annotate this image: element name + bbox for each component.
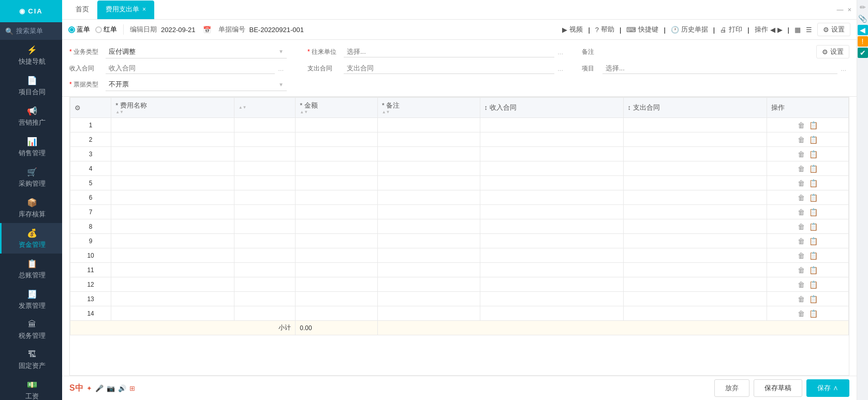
- right-panel-orange[interactable]: !: [858, 36, 868, 47]
- row-income-8[interactable]: [480, 219, 623, 234]
- row-name-11[interactable]: [111, 263, 234, 277]
- row-name-1[interactable]: [111, 118, 234, 132]
- row-name-7[interactable]: [111, 205, 234, 219]
- row-name-3[interactable]: [111, 147, 234, 161]
- copy-icon-13[interactable]: 📋: [809, 295, 818, 303]
- list-view-btn[interactable]: ☰: [806, 26, 812, 34]
- bill-type-select[interactable]: 不开票 ▼: [106, 78, 287, 91]
- copy-icon-3[interactable]: 📋: [809, 150, 818, 158]
- copy-icon-14[interactable]: 📋: [809, 309, 818, 318]
- row-name-8[interactable]: [111, 219, 234, 234]
- delete-icon-11[interactable]: 🗑: [798, 266, 805, 274]
- row-expense-12[interactable]: [623, 277, 767, 292]
- row-income-1[interactable]: [480, 118, 623, 132]
- right-panel-teal[interactable]: ✔: [858, 48, 868, 58]
- row-remark-11[interactable]: [377, 263, 480, 277]
- row-expense-10[interactable]: [623, 248, 767, 263]
- row-remark-12[interactable]: [377, 277, 480, 292]
- row-sort-6[interactable]: [234, 190, 296, 205]
- row-amount-12[interactable]: [296, 277, 377, 292]
- sidebar-item-purchase[interactable]: 🛒 采购管理: [0, 162, 62, 192]
- copy-icon-9[interactable]: 📋: [809, 237, 818, 245]
- row-expense-2[interactable]: [623, 132, 767, 147]
- right-panel-clip[interactable]: 📎: [858, 13, 868, 24]
- copy-icon-5[interactable]: 📋: [809, 179, 818, 187]
- row-income-13[interactable]: [480, 292, 623, 306]
- row-amount-7[interactable]: [296, 205, 377, 219]
- row-remark-5[interactable]: [377, 176, 480, 190]
- row-remark-14[interactable]: [377, 306, 480, 321]
- copy-icon-6[interactable]: 📋: [809, 194, 818, 202]
- help-btn[interactable]: ? 帮助: [595, 25, 614, 34]
- row-expense-6[interactable]: [623, 190, 767, 205]
- row-sort-13[interactable]: [234, 292, 296, 306]
- blue-single-radio[interactable]: 蓝单: [68, 25, 90, 34]
- row-sort-12[interactable]: [234, 277, 296, 292]
- window-close-btn[interactable]: ×: [847, 6, 851, 13]
- copy-icon-12[interactable]: 📋: [809, 280, 818, 289]
- row-remark-6[interactable]: [377, 190, 480, 205]
- row-expense-13[interactable]: [623, 292, 767, 306]
- row-sort-2[interactable]: [234, 132, 296, 147]
- row-sort-3[interactable]: [234, 147, 296, 161]
- row-remark-7[interactable]: [377, 205, 480, 219]
- table-settings-icon[interactable]: ⚙: [75, 104, 81, 112]
- delete-icon-1[interactable]: 🗑: [798, 121, 805, 129]
- row-name-14[interactable]: [111, 306, 234, 321]
- income-contract-dots[interactable]: ...: [275, 65, 287, 72]
- row-amount-8[interactable]: [296, 219, 377, 234]
- tab-expense-bill[interactable]: 费用支出单 ×: [97, 1, 154, 19]
- sidebar-search[interactable]: 🔍 搜索菜单: [0, 22, 62, 40]
- row-expense-1[interactable]: [623, 118, 767, 132]
- sidebar-item-tax[interactable]: 🏛 税务管理: [0, 315, 62, 345]
- row-sort-1[interactable]: [234, 118, 296, 132]
- row-income-14[interactable]: [480, 306, 623, 321]
- sidebar-item-marketing[interactable]: 📢 营销推广: [0, 101, 62, 131]
- row-name-13[interactable]: [111, 292, 234, 306]
- row-remark-8[interactable]: [377, 219, 480, 234]
- row-name-4[interactable]: [111, 161, 234, 176]
- history-btn[interactable]: 🕐 历史单据: [671, 25, 708, 34]
- row-amount-11[interactable]: [296, 263, 377, 277]
- copy-icon-8[interactable]: 📋: [809, 223, 818, 231]
- row-amount-4[interactable]: [296, 161, 377, 176]
- col-header-settings[interactable]: ⚙: [70, 98, 111, 118]
- print-btn[interactable]: 🖨 打印: [720, 25, 742, 34]
- project-input[interactable]: [602, 63, 837, 74]
- row-expense-9[interactable]: [623, 234, 767, 248]
- save-draft-button[interactable]: 保存草稿: [754, 379, 802, 397]
- row-sort-5[interactable]: [234, 176, 296, 190]
- copy-icon-10[interactable]: 📋: [809, 251, 818, 260]
- row-remark-3[interactable]: [377, 147, 480, 161]
- sidebar-item-capital[interactable]: 💰 资金管理: [0, 223, 62, 254]
- row-name-10[interactable]: [111, 248, 234, 263]
- shortcut-btn[interactable]: ⌨ 快捷键: [626, 25, 658, 34]
- sort-col-icon[interactable]: ▲▼: [239, 106, 291, 110]
- delete-icon-2[interactable]: 🗑: [798, 136, 805, 144]
- sidebar-item-sales[interactable]: 📊 销售管理: [0, 131, 62, 162]
- row-income-10[interactable]: [480, 248, 623, 263]
- sidebar-item-payroll[interactable]: 💵 工资: [0, 375, 62, 400]
- sidebar-item-invoice[interactable]: 🧾 发票管理: [0, 284, 62, 315]
- row-name-5[interactable]: [111, 176, 234, 190]
- remark-setting-btn[interactable]: ⚙ 设置: [816, 45, 849, 58]
- delete-icon-6[interactable]: 🗑: [798, 194, 805, 202]
- row-sort-11[interactable]: [234, 263, 296, 277]
- delete-icon-13[interactable]: 🗑: [798, 295, 805, 303]
- expense-contract-dots[interactable]: ...: [554, 65, 566, 72]
- delete-icon-8[interactable]: 🗑: [798, 223, 805, 231]
- row-remark-1[interactable]: [377, 118, 480, 132]
- row-remark-9[interactable]: [377, 234, 480, 248]
- setting-btn[interactable]: ⚙ 设置: [817, 23, 850, 36]
- row-income-11[interactable]: [480, 263, 623, 277]
- expense-contract-input[interactable]: [344, 63, 554, 74]
- row-amount-2[interactable]: [296, 132, 377, 147]
- row-amount-6[interactable]: [296, 190, 377, 205]
- row-sort-4[interactable]: [234, 161, 296, 176]
- row-name-6[interactable]: [111, 190, 234, 205]
- income-contract-input[interactable]: [106, 63, 275, 74]
- row-expense-4[interactable]: [623, 161, 767, 176]
- save-button[interactable]: 保存 ∧: [806, 379, 849, 397]
- row-amount-10[interactable]: [296, 248, 377, 263]
- copy-icon-4[interactable]: 📋: [809, 165, 818, 173]
